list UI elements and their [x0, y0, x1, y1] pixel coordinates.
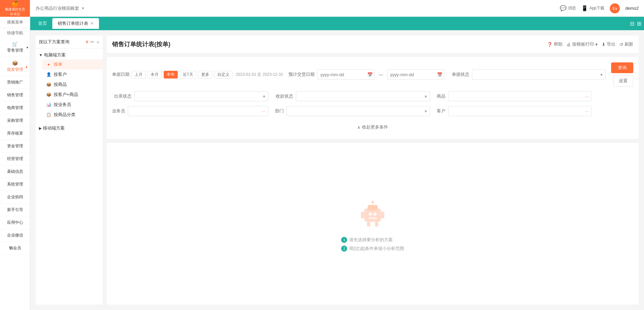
- department-select[interactable]: ▾: [286, 106, 430, 116]
- print-icon: 🖨: [567, 42, 571, 47]
- filter-ship-status-field: 出库状态 ▾: [112, 91, 268, 101]
- avatar[interactable]: Ea: [610, 3, 620, 13]
- filter-area: 单据日期 上月 本月 本年 近7天 更多 自定义 2023-01-01 至 20…: [107, 57, 639, 139]
- app-icon: 📱: [581, 5, 588, 11]
- scheme-collapse-btn[interactable]: «: [97, 39, 99, 45]
- page-content: 按以下方案查询 + ✏ « ▼ 电脑端方案 ● 按单: [30, 30, 644, 310]
- sidebar-item-ecommerce[interactable]: 电商管理: [0, 102, 30, 114]
- header-right: 💬 消息 📱 App下载 Ea demo2: [560, 3, 639, 13]
- logo-text: 畅捷通好生意: [5, 7, 25, 12]
- scheme-item-by-customer[interactable]: 👤 按客户: [42, 69, 103, 80]
- sidebar-item-inventory[interactable]: 库存核算: [0, 127, 30, 140]
- message-icon: 💬: [560, 5, 567, 11]
- end-date-input[interactable]: [387, 69, 444, 80]
- retail-arrow: ▾: [26, 46, 28, 49]
- tab-maximize-btn[interactable]: ⊞: [637, 20, 641, 27]
- tab-close-btn[interactable]: ✕: [90, 21, 94, 26]
- scheme-item-by-order[interactable]: ● 按单: [42, 59, 103, 69]
- sidebar-item-newuser[interactable]: 新手引导: [0, 204, 30, 216]
- sidebar-item-operation[interactable]: 经营管理: [0, 153, 30, 165]
- collapse-bar[interactable]: ∧ 收起更多条件: [112, 121, 633, 134]
- scheme-group-desktop-title[interactable]: ▼ 电脑端方案: [36, 51, 103, 59]
- svg-point-3: [373, 212, 377, 216]
- sidebar-search[interactable]: 搜索菜单: [0, 17, 30, 28]
- sidebar-item-sales[interactable]: 销售管理: [0, 89, 30, 102]
- scheme-panel-title: 按以下方案查询: [39, 39, 69, 45]
- retail-label: 零售管理: [7, 48, 23, 53]
- purchase-label: 采购管理: [7, 118, 23, 123]
- ship-status-select[interactable]: ▾: [134, 91, 268, 101]
- sidebar-item-finance[interactable]: 资金管理: [0, 140, 30, 153]
- print-label: 按模板打印: [572, 41, 594, 47]
- hint-item-2: 2 用[过滤]条件来缩小分析范围: [341, 246, 404, 252]
- customer-select[interactable]: ···: [448, 106, 592, 116]
- dropdown-icon[interactable]: ▾: [82, 6, 84, 11]
- export-btn[interactable]: ⬇ 导出: [602, 41, 615, 47]
- last-month-btn[interactable]: 上月: [131, 71, 146, 79]
- scheme-item-by-category[interactable]: 📋 按商品分类: [42, 110, 103, 120]
- svg-rect-8: [381, 212, 384, 218]
- sidebar-item-wechat[interactable]: 企业微信: [0, 229, 30, 242]
- customer-ellipsis[interactable]: ···: [585, 109, 589, 114]
- sales-label: 销售管理: [7, 92, 23, 98]
- goods-ellipsis[interactable]: ···: [585, 94, 589, 99]
- refresh-btn[interactable]: ↺ 刷新: [620, 41, 633, 47]
- app-download-btn[interactable]: 📱 App下载: [581, 5, 604, 11]
- sidebar-item-member[interactable]: 畅会员: [0, 242, 30, 255]
- sidebar-item-marketing[interactable]: 营销推广: [0, 76, 30, 89]
- this-year-btn[interactable]: 本年: [164, 71, 178, 79]
- settings-btn[interactable]: 设置: [613, 75, 633, 87]
- cooperation-label: 企业协同: [7, 194, 23, 200]
- svg-rect-4: [368, 217, 377, 219]
- sidebar-item-apps[interactable]: 应用中心: [0, 216, 30, 229]
- tab-bar: 首页 销售订单统计表 ✕ ⊟ ⊞: [30, 17, 644, 30]
- goods-select[interactable]: ···: [448, 91, 592, 101]
- tab-sales-stat[interactable]: 销售订单统计表 ✕: [52, 18, 99, 29]
- sidebar-item-basic[interactable]: 基础信息: [0, 165, 30, 178]
- ship-status-label: 出库状态: [112, 93, 131, 99]
- doc-status-select[interactable]: ▾: [472, 69, 606, 80]
- sidebar-item-wholesale[interactable]: 📦 批发管理 ▲: [0, 57, 30, 76]
- right-panel: 销售订单统计表(按单) ❓ 帮助 🖨 按模板打印 ▾ ⬇: [107, 36, 639, 305]
- scheme-edit-btn[interactable]: ✏: [91, 39, 95, 45]
- salesperson-select[interactable]: ···: [128, 106, 268, 116]
- query-btn[interactable]: 查询: [611, 62, 633, 73]
- scheme-panel: 按以下方案查询 + ✏ « ▼ 电脑端方案 ● 按单: [36, 36, 103, 305]
- scheme-item-by-customer-goods[interactable]: 📦 按客户+商品: [42, 90, 103, 100]
- scheme-item-by-goods[interactable]: 📦 按商品: [42, 80, 103, 90]
- start-date-input[interactable]: [317, 69, 375, 80]
- app-label: App下载: [589, 5, 604, 11]
- hint-text-2: 用[过滤]条件来缩小分析范围: [349, 246, 404, 252]
- tab-home[interactable]: 首页: [33, 18, 52, 29]
- svg-rect-7: [361, 212, 364, 218]
- scheme-panel-actions: + ✏ «: [86, 39, 99, 45]
- logo[interactable]: 🍊 畅捷通好生意 标准版: [0, 0, 30, 17]
- payment-status-select[interactable]: ▾: [296, 91, 430, 101]
- by-customer-icon: 👤: [46, 71, 52, 78]
- scheme-group-desktop: ▼ 电脑端方案 ● 按单 👤 按客户 📦 按商品: [36, 49, 103, 122]
- sidebar-item-purchase[interactable]: 采购管理: [0, 114, 30, 127]
- salesperson-ellipsis[interactable]: ···: [262, 109, 265, 114]
- last7-btn[interactable]: 近7天: [180, 71, 196, 79]
- print-btn[interactable]: 🖨 按模板打印 ▾: [567, 41, 598, 47]
- logo-icon: 🍊: [12, 1, 18, 7]
- customer-label: 客户: [435, 108, 445, 114]
- sidebar-item-cooperation[interactable]: 企业协同: [0, 191, 30, 204]
- custom-btn[interactable]: 自定义: [214, 71, 232, 79]
- sidebar-nav-label[interactable]: 快捷导航: [0, 28, 30, 38]
- tab-minimize-btn[interactable]: ⊟: [630, 20, 634, 27]
- this-month-btn[interactable]: 本月: [148, 71, 162, 79]
- more-btn[interactable]: 更多: [198, 71, 212, 79]
- help-btn[interactable]: ❓ 帮助: [547, 41, 562, 47]
- scheme-add-btn[interactable]: +: [86, 39, 89, 45]
- message-btn[interactable]: 💬 消息: [560, 5, 576, 11]
- header-left: 办公用品行业模拟账套 ▾: [36, 5, 84, 11]
- sidebar-item-system[interactable]: 系统管理: [0, 178, 30, 191]
- tab-home-label: 首页: [38, 20, 47, 27]
- sidebar-item-retail[interactable]: 🛒 零售管理 ▾: [0, 38, 30, 57]
- doc-status-label: 单据状态: [450, 71, 469, 78]
- scheme-item-by-salesperson[interactable]: 📊 按业务员: [42, 100, 103, 110]
- scheme-group-mobile-title[interactable]: ▶ 移动端方案: [36, 124, 103, 133]
- help-label: 帮助: [554, 41, 562, 47]
- page-title: 销售订单统计表(按单): [112, 40, 170, 48]
